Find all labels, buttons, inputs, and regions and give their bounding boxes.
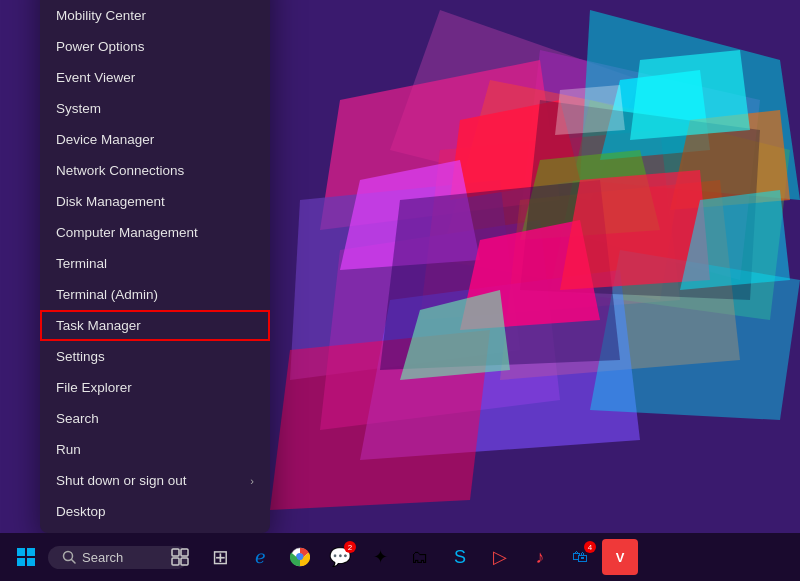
menu-item-label-event-viewer: Event Viewer bbox=[56, 70, 135, 85]
menu-item-label-settings: Settings bbox=[56, 349, 105, 364]
desktop-wallpaper bbox=[240, 0, 800, 520]
menu-item-disk-management[interactable]: Disk Management bbox=[40, 186, 270, 217]
svg-rect-34 bbox=[172, 549, 179, 556]
submenu-chevron-shut-down: › bbox=[250, 475, 254, 487]
menu-item-label-search: Search bbox=[56, 411, 99, 426]
mail-icon[interactable]: ▷ bbox=[482, 539, 518, 575]
menu-item-event-viewer[interactable]: Event Viewer bbox=[40, 62, 270, 93]
start-button[interactable] bbox=[8, 539, 44, 575]
menu-item-label-task-manager: Task Manager bbox=[56, 318, 141, 333]
menu-item-label-terminal-admin: Terminal (Admin) bbox=[56, 287, 158, 302]
menu-item-label-terminal: Terminal bbox=[56, 256, 107, 271]
menu-item-label-system: System bbox=[56, 101, 101, 116]
taskbar-search-label: Search bbox=[82, 550, 123, 565]
menu-item-label-computer-management: Computer Management bbox=[56, 225, 198, 240]
menu-item-device-manager[interactable]: Device Manager bbox=[40, 124, 270, 155]
svg-rect-29 bbox=[27, 548, 35, 556]
svg-line-33 bbox=[72, 560, 76, 564]
svg-rect-28 bbox=[17, 548, 25, 556]
whatsapp-badge: 2 bbox=[344, 541, 356, 553]
files-icon[interactable]: 🗂 bbox=[402, 539, 438, 575]
skype-icon[interactable]: S bbox=[442, 539, 478, 575]
menu-item-search[interactable]: Search bbox=[40, 403, 270, 434]
menu-item-desktop[interactable]: Desktop bbox=[40, 496, 270, 527]
menu-item-mobility-center[interactable]: Mobility Center bbox=[40, 0, 270, 31]
menu-item-computer-management[interactable]: Computer Management bbox=[40, 217, 270, 248]
svg-rect-36 bbox=[172, 558, 179, 565]
store-icon[interactable]: 🛍 4 bbox=[562, 539, 598, 575]
svg-marker-26 bbox=[555, 85, 625, 135]
vivaldi-icon[interactable]: V bbox=[602, 539, 638, 575]
menu-item-run[interactable]: Run bbox=[40, 434, 270, 465]
menu-item-settings[interactable]: Settings bbox=[40, 341, 270, 372]
menu-item-label-network-connections: Network Connections bbox=[56, 163, 184, 178]
menu-item-file-explorer[interactable]: File Explorer bbox=[40, 372, 270, 403]
desktop: Installed appsMobility CenterPower Optio… bbox=[0, 0, 800, 581]
menu-item-label-file-explorer: File Explorer bbox=[56, 380, 132, 395]
menu-item-terminal-admin[interactable]: Terminal (Admin) bbox=[40, 279, 270, 310]
svg-marker-23 bbox=[630, 50, 750, 140]
menu-item-power-options[interactable]: Power Options bbox=[40, 31, 270, 62]
context-menu: Installed appsMobility CenterPower Optio… bbox=[40, 0, 270, 533]
menu-item-system[interactable]: System bbox=[40, 93, 270, 124]
taskview-icon[interactable] bbox=[162, 539, 198, 575]
taskbar-center-icons: ⊞ ℯ 💬 2 ✦ 🗂 bbox=[162, 539, 638, 575]
svg-rect-35 bbox=[181, 549, 188, 556]
whatsapp-icon[interactable]: 💬 2 bbox=[322, 539, 358, 575]
menu-item-label-run: Run bbox=[56, 442, 81, 457]
menu-item-terminal[interactable]: Terminal bbox=[40, 248, 270, 279]
widgets-icon[interactable]: ⊞ bbox=[202, 539, 238, 575]
menu-item-label-power-options: Power Options bbox=[56, 39, 145, 54]
taskbar: Search ⊞ ℯ bbox=[0, 533, 800, 581]
menu-item-label-disk-management: Disk Management bbox=[56, 194, 165, 209]
svg-rect-37 bbox=[181, 558, 188, 565]
menu-item-label-mobility-center: Mobility Center bbox=[56, 8, 146, 23]
slack-icon[interactable]: ✦ bbox=[362, 539, 398, 575]
menu-item-shut-down[interactable]: Shut down or sign out› bbox=[40, 465, 270, 496]
menu-item-task-manager[interactable]: Task Manager bbox=[40, 310, 270, 341]
chrome-icon[interactable] bbox=[282, 539, 318, 575]
music-icon[interactable]: ♪ bbox=[522, 539, 558, 575]
svg-rect-30 bbox=[17, 558, 25, 566]
edge-icon[interactable]: ℯ bbox=[242, 539, 278, 575]
menu-item-label-device-manager: Device Manager bbox=[56, 132, 154, 147]
menu-item-network-connections[interactable]: Network Connections bbox=[40, 155, 270, 186]
menu-item-label-desktop: Desktop bbox=[56, 504, 106, 519]
menu-item-label-shut-down: Shut down or sign out bbox=[56, 473, 187, 488]
store-badge: 4 bbox=[584, 541, 596, 553]
svg-point-40 bbox=[297, 554, 303, 560]
svg-rect-31 bbox=[27, 558, 35, 566]
